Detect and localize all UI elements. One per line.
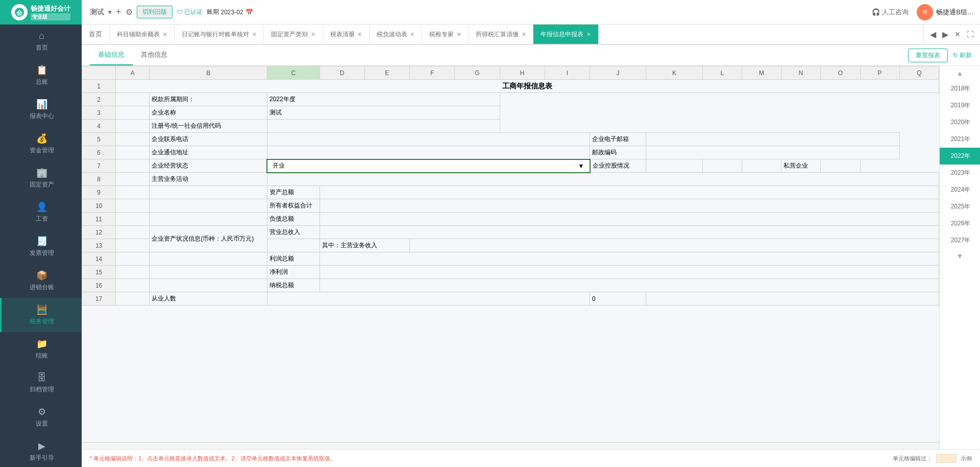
- cell-r11c1: [150, 213, 267, 226]
- year-down-nav[interactable]: ▼: [940, 249, 980, 263]
- company-dropdown-icon[interactable]: ▾: [108, 8, 112, 16]
- refresh-button[interactable]: ↻ 刷新: [953, 51, 972, 60]
- cell-r7c2[interactable]: 开业▼: [267, 159, 590, 173]
- settings-icon[interactable]: ⚙: [126, 7, 133, 17]
- sidebar: ⌂首页📋总账📊报表中心💰资金管理🏢固定资产👤工资🧾发票管理📦进销台账🧮税务管理📁…: [0, 25, 82, 467]
- reset-button[interactable]: 重置报表: [908, 49, 948, 62]
- sidebar-item-invoice[interactable]: 🧾发票管理: [0, 229, 82, 264]
- horizontal-scrollbar[interactable]: [82, 442, 939, 449]
- year-item-2021年[interactable]: 2021年: [940, 131, 980, 148]
- cell-r6c1: 企业通信地址: [150, 146, 267, 159]
- tab-next-icon[interactable]: ▶: [940, 28, 950, 41]
- shield-icon: 🛡: [177, 9, 183, 16]
- sidebar-item-tax[interactable]: 🧮税务管理: [0, 298, 82, 332]
- user-menu[interactable]: R 畅捷通B组…: [917, 4, 974, 20]
- tab-close-tax_return[interactable]: ×: [358, 30, 362, 38]
- col-header-C[interactable]: C: [267, 66, 320, 80]
- tab-close-tax_wave[interactable]: ×: [410, 30, 414, 38]
- cell-r7c5: [702, 159, 742, 173]
- cell-r13c0: [116, 239, 150, 252]
- sidebar-item-wages[interactable]: 👤工资: [0, 195, 82, 229]
- tab-income_tax[interactable]: 所得税汇算清缴×: [469, 25, 533, 44]
- col-header-L[interactable]: L: [702, 66, 742, 80]
- calendar-icon[interactable]: 📅: [246, 9, 253, 16]
- tab-prev-icon[interactable]: ◀: [928, 28, 938, 41]
- col-header-A[interactable]: A: [116, 66, 150, 80]
- year-up-nav[interactable]: ▲: [940, 66, 980, 80]
- col-header-O[interactable]: O: [821, 66, 860, 80]
- cell-r10c3: [320, 199, 939, 213]
- logo-icon: 会: [11, 4, 28, 20]
- service-button[interactable]: 🎧 人工咨询: [872, 8, 909, 17]
- cell-r13c3: [410, 239, 939, 252]
- col-header-H[interactable]: H: [500, 66, 545, 80]
- tab-close-fixed_cat[interactable]: ×: [311, 30, 315, 38]
- add-button[interactable]: +: [116, 7, 121, 17]
- tab-aux[interactable]: 科目辅助余额表×: [110, 25, 175, 44]
- col-header-F[interactable]: F: [410, 66, 455, 80]
- row-16-num: 16: [82, 279, 116, 292]
- tab-close-aux[interactable]: ×: [163, 30, 167, 38]
- year-item-2023年[interactable]: 2023年: [940, 165, 980, 181]
- col-header-I[interactable]: I: [545, 66, 590, 80]
- col-header-Q[interactable]: Q: [899, 66, 939, 80]
- tab-home[interactable]: 首页: [82, 25, 110, 44]
- sidebar-item-ledger[interactable]: 📋总账: [0, 58, 82, 92]
- col-header-D[interactable]: D: [320, 66, 364, 80]
- year-item-2026年[interactable]: 2026年: [940, 215, 980, 232]
- sidebar-item-guide[interactable]: ▶新手引导: [0, 434, 82, 467]
- sidebar-item-capital[interactable]: 💰资金管理: [0, 127, 82, 161]
- tab-annual[interactable]: 年报信息申报表×: [533, 25, 598, 44]
- headset-icon: 🎧: [872, 8, 880, 16]
- col-header-G[interactable]: G: [455, 66, 500, 80]
- sidebar-item-trade[interactable]: 📦进销台账: [0, 264, 82, 298]
- row-10-num: 10: [82, 199, 116, 213]
- cell-r16c3: [320, 279, 939, 292]
- close-all-tabs-icon[interactable]: ✕: [952, 28, 963, 40]
- year-item-2019年[interactable]: 2019年: [940, 97, 980, 114]
- col-header-P[interactable]: P: [860, 66, 899, 80]
- col-header-J[interactable]: J: [590, 66, 646, 80]
- year-item-2020年[interactable]: 2020年: [940, 114, 980, 131]
- tab-fixed_cat[interactable]: 固定资产类别×: [264, 25, 323, 44]
- subtab-basic[interactable]: 基础信息: [90, 45, 133, 65]
- cell-r5c3: 企业电子邮箱: [590, 133, 646, 146]
- row-6-num: 6: [82, 146, 116, 159]
- cell-r14c0: [116, 252, 150, 266]
- sidebar-item-reports[interactable]: 📊报表中心: [0, 92, 82, 127]
- sidebar-item-settings[interactable]: ⚙设置: [0, 400, 82, 434]
- tab-close-journal[interactable]: ×: [252, 30, 256, 38]
- tab-tax_wave[interactable]: 税负波动表×: [370, 25, 422, 44]
- cell-r4c0: [116, 120, 150, 133]
- tab-tax_return[interactable]: 税表清册×: [323, 25, 370, 44]
- tab-close-tax_expert[interactable]: ×: [457, 30, 461, 38]
- switch-old-button[interactable]: 切到旧版: [137, 6, 173, 18]
- year-item-2022年[interactable]: 2022年: [940, 148, 980, 165]
- tab-close-income_tax[interactable]: ×: [522, 30, 526, 38]
- year-item-2025年[interactable]: 2025年: [940, 198, 980, 215]
- tabbar: 首页科目辅助余额表×日记账与银行对账单核对×固定资产类别×税表清册×税负波动表×…: [82, 25, 980, 45]
- year-item-2027年[interactable]: 2027年: [940, 232, 980, 249]
- sidebar-item-fixed[interactable]: 🏢固定资产: [0, 161, 82, 195]
- col-header-K[interactable]: K: [646, 66, 702, 80]
- sheet-scroll[interactable]: ABCDEFGHIJKLMNOPQ 1工商年报信息表2税款所属期间：2022年度…: [82, 66, 939, 442]
- row-7-num: 7: [82, 159, 116, 173]
- sidebar-item-home[interactable]: ⌂首页: [0, 25, 82, 58]
- col-header-N[interactable]: N: [781, 66, 821, 80]
- col-header-M[interactable]: M: [742, 66, 781, 80]
- col-header-E[interactable]: E: [364, 66, 409, 80]
- tab-tax_expert[interactable]: 税检专家×: [422, 25, 469, 44]
- cell-r15c3: [320, 266, 939, 279]
- year-item-2018年[interactable]: 2018年: [940, 80, 980, 97]
- tab-close-annual[interactable]: ×: [586, 30, 591, 38]
- col-header-B[interactable]: B: [150, 66, 267, 80]
- expand-icon[interactable]: ⛶: [965, 28, 976, 40]
- subtab-other[interactable]: 其他信息: [133, 45, 176, 65]
- year-item-2024年[interactable]: 2024年: [940, 181, 980, 198]
- sidebar-item-archive[interactable]: 🗄归档管理: [0, 366, 82, 400]
- tab-journal[interactable]: 日记账与银行对账单核对×: [175, 25, 264, 44]
- logo[interactable]: 会 畅捷通好会计 专业版: [0, 0, 82, 25]
- sidebar-item-close[interactable]: 📁结账: [0, 332, 82, 366]
- subtabs: 基础信息其他信息: [90, 45, 176, 65]
- cell-r3c2: 测试: [267, 106, 500, 120]
